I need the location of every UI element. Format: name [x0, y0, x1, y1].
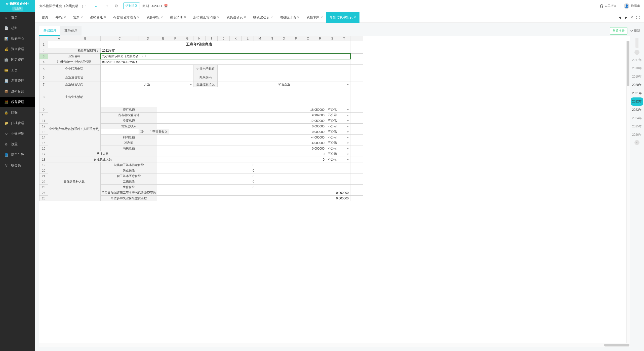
close-icon[interactable]: ✕	[270, 16, 273, 19]
field-value[interactable]	[101, 73, 193, 82]
empty-cell[interactable]	[350, 48, 363, 54]
number-value[interactable]: 0.000000	[157, 124, 326, 129]
col-header[interactable]: H	[193, 36, 206, 41]
row-header[interactable]: 7	[39, 82, 48, 87]
tab[interactable]: 发票✕	[69, 12, 86, 23]
empty-cell[interactable]	[350, 185, 363, 190]
dropdown-cell[interactable]: 不公示▼	[326, 135, 350, 140]
close-icon[interactable]: ✕	[297, 16, 299, 19]
row-header[interactable]: 1	[39, 41, 48, 48]
nav-item-settings[interactable]: ⚙设置	[0, 139, 35, 150]
empty-cell[interactable]	[350, 190, 363, 196]
empty-cell[interactable]	[350, 124, 363, 129]
number-value[interactable]: 0.000000	[157, 196, 350, 201]
col-header[interactable]: O	[278, 36, 290, 41]
nav-item-ledger[interactable]: 📄总账	[0, 23, 35, 33]
close-icon[interactable]: ✕	[137, 16, 139, 19]
col-header[interactable]: G	[181, 36, 193, 41]
close-icon[interactable]: ✕	[320, 16, 323, 19]
field-value[interactable]	[218, 65, 350, 73]
row-header[interactable]: 9	[39, 107, 48, 113]
row-header[interactable]: 21	[39, 173, 48, 179]
close-icon[interactable]: ✕	[244, 16, 246, 19]
company-name-input[interactable]: 刘小艳演示账套（勿删勿动！）1	[101, 54, 350, 59]
nav-item-funds[interactable]: 💰资金管理	[0, 44, 35, 54]
row-header[interactable]: 2	[39, 48, 48, 54]
tab[interactable]: 纳税统计表✕	[276, 12, 303, 23]
year-collapse-handle[interactable]	[635, 38, 638, 48]
col-header[interactable]: Q	[302, 36, 314, 41]
field-value[interactable]: 91320811MA7NGR2W6R	[101, 59, 350, 65]
nav-item-closing[interactable]: 🔒结账	[0, 107, 35, 118]
dropdown-cell[interactable]: 不公示▼	[326, 151, 350, 157]
nav-item-payroll[interactable]: 💳工资	[0, 65, 35, 76]
year-item[interactable]: 2022年	[631, 97, 643, 106]
row-header[interactable]: 10	[39, 113, 48, 118]
spreadsheet[interactable]: ABCDEFGHIJKLMNOPQRST1工商年报信息表2税款所属期间：2022…	[39, 36, 630, 347]
year-down-icon[interactable]: ﹀	[634, 140, 639, 145]
dropdown-cell[interactable]: 不公示▼	[326, 113, 350, 118]
period-value[interactable]: 2023-11	[150, 4, 163, 8]
dropdown-cell[interactable]: 不公示▼	[326, 124, 350, 129]
close-icon[interactable]: ✕	[64, 16, 66, 19]
row-header[interactable]: 5	[39, 65, 48, 73]
row-header[interactable]: 4	[39, 59, 48, 65]
field-value[interactable]: 2022年度	[101, 48, 350, 54]
close-icon[interactable]: ✕	[160, 16, 163, 19]
year-item[interactable]: 2020年	[631, 81, 643, 89]
col-header[interactable]: I	[206, 36, 218, 41]
tab[interactable]: 所得税汇算清缴✕	[190, 12, 223, 23]
row-header[interactable]: 17	[39, 151, 48, 157]
nav-item-invoice[interactable]: 🧾发票管理	[0, 76, 35, 86]
dropdown-cell[interactable]: 不公示▼	[326, 146, 350, 151]
empty-cell[interactable]	[350, 87, 363, 107]
close-icon[interactable]: ✕	[104, 16, 106, 19]
col-header[interactable]: A	[48, 36, 70, 41]
number-value[interactable]: -4.000000	[157, 140, 326, 146]
empty-cell[interactable]	[350, 82, 363, 87]
subtab-basic[interactable]: 基础信息	[39, 26, 60, 36]
row-header[interactable]: 16	[39, 146, 48, 151]
col-header[interactable]: E	[157, 36, 169, 41]
dropdown-cell[interactable]: 不公示▼	[326, 140, 350, 146]
col-header[interactable]: N	[266, 36, 278, 41]
tabs-prev-icon[interactable]: ◀	[617, 15, 623, 19]
horizontal-scrollbar[interactable]	[39, 343, 630, 347]
nav-item-assets[interactable]: 🏢固定资产	[0, 54, 35, 65]
refresh-button[interactable]: ⟳ 刷新	[630, 29, 640, 33]
tab[interactable]: 税负波动表✕	[223, 12, 250, 23]
field-value[interactable]	[101, 87, 350, 107]
empty-cell[interactable]	[350, 54, 363, 59]
row-header[interactable]: 20	[39, 168, 48, 173]
gear-icon[interactable]: ⚙	[113, 3, 120, 10]
number-value[interactable]: 0	[157, 162, 350, 168]
dropdown-cell[interactable]: 不公示▼	[326, 129, 350, 135]
year-item[interactable]: 2021年	[631, 89, 643, 97]
subtab-other[interactable]: 其他信息	[60, 26, 82, 36]
empty-cell[interactable]	[169, 129, 181, 135]
row-header[interactable]: 3	[39, 54, 48, 59]
empty-cell[interactable]	[350, 135, 363, 140]
col-header[interactable]: J	[218, 36, 230, 41]
tab[interactable]: 进销台账✕	[86, 12, 110, 23]
empty-cell[interactable]	[350, 196, 363, 201]
tab[interactable]: 首页	[38, 12, 52, 23]
number-value[interactable]: 18.050000	[157, 107, 326, 113]
row-header[interactable]: 19	[39, 162, 48, 168]
col-header[interactable]: T	[338, 36, 350, 41]
empty-cell[interactable]	[350, 59, 363, 65]
tab[interactable]: 税务申报✕	[143, 12, 166, 23]
tab[interactable]: i申报✕	[52, 12, 69, 23]
number-value[interactable]: 0	[157, 151, 326, 157]
row-header[interactable]: 25	[39, 196, 48, 201]
empty-cell[interactable]	[350, 41, 363, 48]
row-header[interactable]: 15	[39, 140, 48, 146]
row-header[interactable]: 18	[39, 157, 48, 162]
dropdown-cell[interactable]: 不公示▼	[326, 118, 350, 124]
col-header[interactable]: S	[326, 36, 338, 41]
tab[interactable]: 纳税波动表✕	[250, 12, 276, 23]
nav-item-reimburse[interactable]: ↻小畅报销	[0, 128, 35, 139]
account-selector[interactable]: 刘小艳演示账套（勿删勿动！）1 ⌄	[39, 4, 98, 8]
empty-cell[interactable]	[350, 157, 363, 162]
empty-cell[interactable]	[350, 73, 363, 82]
